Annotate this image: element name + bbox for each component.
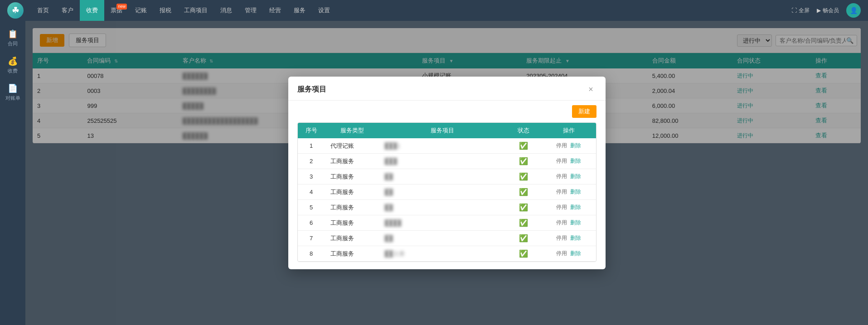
fee-icon: 💰 — [8, 56, 18, 66]
stop-button[interactable]: 停用 — [556, 157, 567, 165]
modal-cell-item: ██ — [379, 184, 505, 200]
modal-col-no: 序号 — [298, 123, 325, 138]
list-item: 4 工商服务 ██ ✅ 停用 删除 — [298, 184, 596, 200]
modal-cell-status: ✅ — [505, 246, 542, 262]
stop-button[interactable]: 停用 — [556, 219, 567, 227]
modal-header: 服务项目 × — [288, 77, 606, 101]
modal-overlay: 服务项目 × 新建 序号 服务类型 服务项目 状态 操作 — [25, 21, 868, 325]
list-item: 8 工商服务 ██注册 ✅ 停用 删除 — [298, 246, 596, 262]
stop-button[interactable]: 停用 — [556, 250, 567, 257]
statement-icon: 📄 — [8, 83, 18, 93]
modal-body: 序号 服务类型 服务项目 状态 操作 1 代理记账 ███1 ✅ 停用 删除 2… — [288, 122, 606, 269]
delete-button[interactable]: 删除 — [570, 234, 581, 242]
stop-button[interactable]: 停用 — [556, 173, 567, 180]
delete-button[interactable]: 删除 — [570, 219, 581, 227]
nav-tax[interactable]: 报税 — [153, 0, 178, 21]
modal-cell-status: ✅ — [505, 169, 542, 184]
contract-icon: 📋 — [8, 29, 18, 39]
list-item: 7 工商服务 ██ ✅ 停用 删除 — [298, 231, 596, 246]
modal-title: 服务项目 — [297, 85, 326, 94]
modal-cell-type: 工商服务 — [325, 169, 379, 184]
modal-cell-type: 工商服务 — [325, 215, 379, 231]
modal-cell-item: ████ — [379, 215, 505, 231]
modal-col-type: 服务类型 — [325, 123, 379, 138]
delete-button[interactable]: 删除 — [570, 188, 581, 196]
modal-cell-type: 工商服务 — [325, 231, 379, 246]
member-icon: ▶ — [817, 7, 821, 14]
nav-home[interactable]: 首页 — [31, 0, 55, 21]
service-table-header: 序号 服务类型 服务项目 状态 操作 — [298, 123, 596, 138]
list-item: 2 工商服务 ███ ✅ 停用 删除 — [298, 154, 596, 169]
modal-cell-no: 1 — [298, 138, 325, 154]
service-table-body: 1 代理记账 ███1 ✅ 停用 删除 2 工商服务 ███ ✅ 停用 删除 3… — [298, 138, 596, 262]
stop-button[interactable]: 停用 — [556, 234, 567, 242]
list-item: 3 工商服务 ██ ✅ 停用 删除 — [298, 169, 596, 184]
nav-operation[interactable]: 经营 — [263, 0, 287, 21]
member-button[interactable]: ▶ 畅会员 — [817, 7, 839, 15]
nav-service[interactable]: 服务 — [287, 0, 312, 21]
modal-cell-status: ✅ — [505, 154, 542, 169]
modal-close-button[interactable]: × — [586, 84, 596, 95]
modal-cell-action[interactable]: 停用 删除 — [542, 169, 596, 184]
modal-cell-type: 工商服务 — [325, 200, 379, 215]
nav-bill[interactable]: 票据 new — [104, 0, 129, 21]
delete-button[interactable]: 删除 — [570, 204, 581, 211]
service-modal: 服务项目 × 新建 序号 服务类型 服务项目 状态 操作 — [288, 77, 606, 269]
new-service-button[interactable]: 新建 — [572, 105, 596, 118]
modal-cell-no: 5 — [298, 200, 325, 215]
modal-cell-no: 7 — [298, 231, 325, 246]
modal-col-status: 状态 — [505, 123, 542, 138]
modal-cell-item: ██ — [379, 200, 505, 215]
logo[interactable]: ☘ — [7, 2, 24, 19]
stop-button[interactable]: 停用 — [556, 188, 567, 196]
modal-cell-type: 代理记账 — [325, 138, 379, 154]
list-item: 6 工商服务 ████ ✅ 停用 删除 — [298, 215, 596, 231]
nav-manage[interactable]: 管理 — [238, 0, 263, 21]
modal-cell-action[interactable]: 停用 删除 — [542, 246, 596, 262]
modal-cell-action[interactable]: 停用 删除 — [542, 200, 596, 215]
modal-cell-action[interactable]: 停用 删除 — [542, 184, 596, 200]
nav-commerce[interactable]: 工商项目 — [178, 0, 214, 21]
modal-cell-item: ██注册 — [379, 246, 505, 262]
list-item: 1 代理记账 ███1 ✅ 停用 删除 — [298, 138, 596, 154]
sidebar-item-statement[interactable]: 📄 对账单 — [0, 80, 25, 105]
logo-icon: ☘ — [7, 2, 24, 19]
delete-button[interactable]: 删除 — [570, 173, 581, 180]
modal-col-item: 服务项目 — [379, 123, 505, 138]
list-item: 5 工商服务 ██ ✅ 停用 删除 — [298, 200, 596, 215]
modal-cell-action[interactable]: 停用 删除 — [542, 154, 596, 169]
nav-message[interactable]: 消息 — [214, 0, 238, 21]
fullscreen-button[interactable]: ⛶ 全屏 — [791, 7, 810, 15]
top-nav: ☘ 首页 客户 收费 票据 new 记账 报税 工商项目 消息 管理 经营 服务… — [0, 0, 868, 21]
delete-button[interactable]: 删除 — [570, 157, 581, 165]
delete-button[interactable]: 删除 — [570, 250, 581, 257]
nav-badge-new: new — [116, 4, 127, 10]
delete-button[interactable]: 删除 — [570, 142, 581, 150]
nav-fee[interactable]: 收费 — [80, 0, 104, 21]
service-table-wrap: 序号 服务类型 服务项目 状态 操作 1 代理记账 ███1 ✅ 停用 删除 2… — [297, 122, 596, 262]
nav-customer[interactable]: 客户 — [55, 0, 80, 21]
modal-cell-no: 3 — [298, 169, 325, 184]
modal-cell-type: 工商服务 — [325, 246, 379, 262]
modal-cell-no: 8 — [298, 246, 325, 262]
sidebar-item-contract[interactable]: 📋 合同 — [0, 25, 25, 51]
modal-cell-status: ✅ — [505, 138, 542, 154]
nav-bookkeeping[interactable]: 记账 — [129, 0, 153, 21]
modal-cell-type: 工商服务 — [325, 184, 379, 200]
modal-cell-status: ✅ — [505, 184, 542, 200]
modal-cell-action[interactable]: 停用 删除 — [542, 215, 596, 231]
service-table: 序号 服务类型 服务项目 状态 操作 1 代理记账 ███1 ✅ 停用 删除 2… — [298, 123, 596, 262]
modal-cell-action[interactable]: 停用 删除 — [542, 138, 596, 154]
modal-cell-item: ███ — [379, 154, 505, 169]
fullscreen-icon: ⛶ — [791, 7, 797, 14]
stop-button[interactable]: 停用 — [556, 142, 567, 150]
left-sidebar: 📋 合同 💰 收费 📄 对账单 — [0, 21, 25, 325]
modal-toolbar: 新建 — [288, 101, 606, 122]
stop-button[interactable]: 停用 — [556, 204, 567, 211]
modal-cell-item: ███1 — [379, 138, 505, 154]
modal-cell-type: 工商服务 — [325, 154, 379, 169]
avatar[interactable]: 👤 — [846, 3, 861, 18]
modal-cell-action[interactable]: 停用 删除 — [542, 231, 596, 246]
sidebar-item-fee[interactable]: 💰 收费 — [0, 53, 25, 78]
nav-settings[interactable]: 设置 — [312, 0, 336, 21]
